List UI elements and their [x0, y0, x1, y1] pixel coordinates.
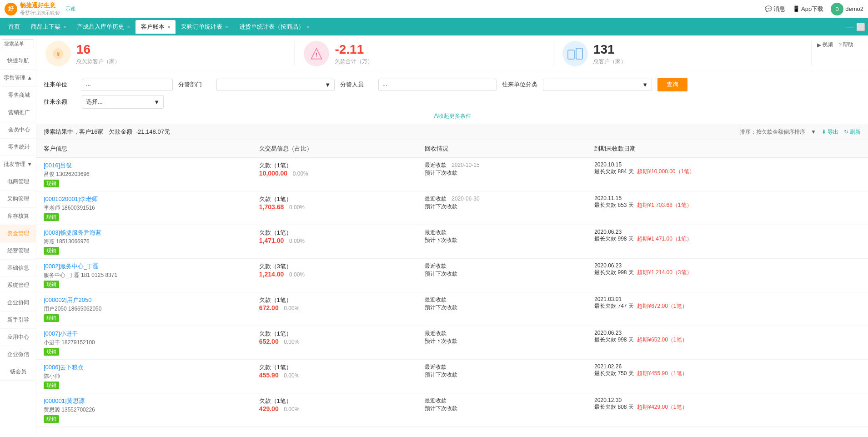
debt-percent: 0.00%	[293, 171, 308, 177]
sidebar-item-retail-mall[interactable]: 零售商城	[0, 87, 36, 104]
unit-category-select[interactable]: ▼	[543, 79, 652, 91]
minimize-btn[interactable]: —	[846, 23, 853, 31]
sidebar-item-basic-info[interactable]: 基础信息	[0, 260, 36, 277]
sidebar-item-inventory[interactable]: 库存核算	[0, 208, 36, 225]
dept-select[interactable]: ▼	[216, 79, 335, 91]
customer-name-link[interactable]: [0016]吕俊	[44, 162, 72, 169]
user-area[interactable]: D demo2	[831, 3, 863, 15]
sidebar-item-member-center[interactable]: 会员中心	[0, 121, 36, 139]
customer-name-link[interactable]: [0006]去下粮仓	[44, 364, 84, 371]
sidebar-item-vip[interactable]: 畅会员	[0, 363, 36, 381]
video-icon: ▶	[817, 42, 821, 48]
message-btn[interactable]: 💬 消息	[765, 5, 785, 13]
tab-product-history[interactable]: 产成品入库单历史 ×	[71, 20, 135, 34]
chevron-down-icon: ▼	[325, 81, 331, 88]
overdue-amount-link[interactable]: 超期¥1,703.68（1笔）	[637, 202, 692, 208]
table-container: 客户信息 欠交易信息（占比） 回收情况 到期未收款日期 [0016]吕俊 吕俊 …	[36, 140, 868, 437]
debit-customers-icon: ¥	[45, 41, 71, 66]
sidebar-item-guide[interactable]: 新手引导	[0, 311, 36, 329]
debt-percent: 0.00%	[289, 238, 305, 244]
chevron-icon: ▲	[27, 75, 32, 81]
refresh-icon: ↻	[844, 129, 848, 135]
table-row: [0007]小进干 小进干 18279152100 现销 欠款（1笔） 652.…	[36, 326, 868, 360]
customer-name-link[interactable]: [000001]黄思源	[44, 397, 85, 404]
debt-percent: 0.00%	[284, 406, 299, 412]
dept-label: 分管部门	[178, 80, 211, 89]
sidebar-search-input[interactable]	[2, 39, 34, 48]
customer-info-cell: [0001020001]李老师 李老师 18600391516 现销	[36, 191, 252, 225]
sidebar-item-purchase[interactable]: 采购管理	[0, 191, 36, 208]
sidebar-item-quick-nav[interactable]: 快捷导航	[0, 52, 36, 70]
debt-percent: 0.00%	[289, 204, 305, 211]
help-btn[interactable]: ? 帮助	[838, 41, 853, 49]
due-date-cell: 2020.06.23 最长欠款 998 天 超期¥652.00（1笔）	[587, 326, 868, 360]
source-unit-input[interactable]: ···	[82, 79, 173, 91]
sidebar-item-marketing[interactable]: 营销推广	[0, 104, 36, 121]
debt-info-cell: 欠款（1笔） 1,703.68 0.00%	[252, 191, 417, 225]
query-button[interactable]: 查询	[657, 78, 687, 91]
due-date-cell: 2021.03.01 最长欠款 747 天 超期¥672.00（1笔）	[587, 292, 868, 326]
customer-info-cell: [0003]畅捷服务尹海蓝 海燕 18513066976 现销	[36, 225, 252, 259]
filter-area: 往来单位 ··· 分管部门 ▼ 分管人员 ··· 往来单位分类 ▼	[36, 72, 868, 124]
table-row: [0003]畅捷服务尹海蓝 海燕 18513066976 现销 欠款（1笔） 1…	[36, 225, 868, 259]
video-btn[interactable]: ▶ 视频	[817, 41, 833, 49]
debt-amount: 10,000.00	[259, 170, 287, 177]
export-btn[interactable]: ⬇ 导出	[822, 128, 838, 136]
overdue-amount-link[interactable]: 超期¥1,214.00（3笔）	[637, 269, 692, 276]
person-input[interactable]: ···	[378, 79, 497, 91]
next-collect-label: 预计下次收款	[425, 337, 580, 345]
close-icon[interactable]: ×	[307, 24, 310, 30]
sidebar-item-wholesale-mgmt[interactable]: 批发管理 ▼	[0, 156, 36, 173]
refresh-btn[interactable]: ↻ 刷新	[844, 128, 861, 136]
overdue-amount-link[interactable]: 超期¥672.00（1笔）	[637, 303, 687, 309]
customer-name-link[interactable]: [000002]用户2050	[44, 296, 92, 303]
debt-amount: 1,703.68	[259, 203, 284, 211]
balance-label: 往来余额	[44, 98, 76, 106]
close-icon[interactable]: ×	[127, 24, 130, 30]
debt-count: 欠款（1笔）	[259, 330, 410, 338]
sidebar-item-operations[interactable]: 经营管理	[0, 242, 36, 260]
filter-collapse-btn[interactable]: ⋀ 收起更多条件	[44, 112, 861, 120]
sidebar-item-system[interactable]: 系统管理	[0, 277, 36, 294]
debt-percent: 0.00%	[284, 372, 299, 379]
tab-purchase-product-stats[interactable]: 进货单统计表（按商品） ×	[234, 20, 315, 34]
col-debt-info: 欠交易信息（占比）	[252, 140, 417, 158]
customer-phone: 服务中心_丁磊 181 0125 8371	[44, 271, 245, 279]
sidebar-item-enterprise[interactable]: 企业协同	[0, 294, 36, 311]
customer-info-cell: [000002]用户2050 用户2050 18665062050 现销	[36, 292, 252, 326]
customer-name-link[interactable]: [0001020001]李老师	[44, 196, 98, 202]
sidebar-item-retail-mgmt[interactable]: 零售管理 ▲	[0, 70, 36, 87]
customer-name-link[interactable]: [0007]小进干	[44, 330, 78, 337]
overdue-amount-link[interactable]: 超期¥455.90（1笔）	[637, 370, 687, 377]
customer-name-link[interactable]: [0003]畅捷服务尹海蓝	[44, 229, 101, 236]
customer-tag: 现销	[44, 382, 59, 389]
svg-text:¥: ¥	[57, 51, 60, 57]
overdue-amount-link[interactable]: 超期¥1,471.00（1笔）	[637, 236, 692, 242]
debt-info-cell: 欠款（3笔） 1,214.00 0.00%	[252, 259, 417, 292]
close-icon[interactable]: ×	[225, 24, 228, 30]
table-row: [0002]服务中心_丁磊 服务中心_丁磊 181 0125 8371 现销 欠…	[36, 259, 868, 292]
overdue-amount-link[interactable]: 超期¥10,000.00（1笔）	[637, 168, 695, 175]
overdue-amount-link[interactable]: 超期¥652.00（1笔）	[637, 337, 687, 343]
app-download-btn[interactable]: 📱 App下载	[793, 5, 823, 13]
balance-select[interactable]: 选择... ▼	[82, 95, 164, 109]
tab-home[interactable]: 首页	[3, 20, 25, 34]
sidebar-item-wechat[interactable]: 企业微信	[0, 346, 36, 363]
chevron-up-icon: ⋀	[434, 112, 438, 120]
sidebar-item-ecommerce[interactable]: 电商管理	[0, 173, 36, 191]
sidebar-item-retail-stats[interactable]: 零售统计	[0, 139, 36, 156]
maximize-btn[interactable]: ⬜	[856, 23, 865, 31]
tab-purchase-stats[interactable]: 采购订单统计表 ×	[176, 20, 233, 34]
overdue-amount-link[interactable]: 超期¥429.00（1笔）	[637, 404, 687, 410]
close-icon[interactable]: ×	[167, 24, 170, 30]
sidebar-item-finance[interactable]: 资金管理	[0, 225, 36, 242]
customer-name-link[interactable]: [0002]服务中心_丁磊	[44, 263, 99, 270]
customer-tag: 现销	[44, 348, 59, 356]
tab-goods-publish[interactable]: 商品上下架 ×	[25, 20, 71, 34]
sort-label: 排序：按欠款金额倒序排序	[740, 128, 805, 136]
due-date-cell: 2020.10.15 最长欠款 884 天 超期¥10,000.00（1笔）	[587, 158, 868, 191]
sidebar-item-app-center[interactable]: 应用中心	[0, 329, 36, 346]
tab-customer-account[interactable]: 客户账本 ×	[135, 20, 176, 34]
close-icon[interactable]: ×	[63, 24, 66, 30]
customer-tag: 现销	[44, 247, 59, 255]
